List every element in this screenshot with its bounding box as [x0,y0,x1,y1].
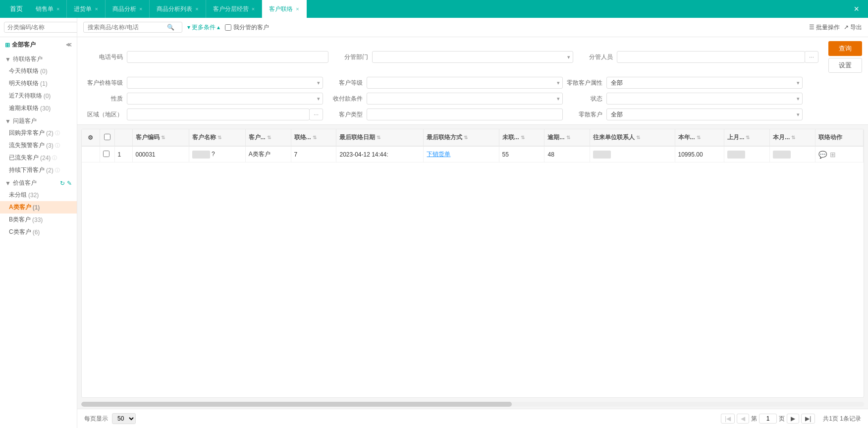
field-person: 分管人员 ··· [573,51,818,63]
person-input[interactable] [617,51,805,63]
person-dots-btn[interactable]: ··· [805,51,818,63]
close-all-tabs[interactable]: × [849,4,864,14]
this-month-blurred [773,151,791,159]
nature-select[interactable] [127,93,323,105]
sidebar-problem-customers-group[interactable]: ▼ 问题客户 [0,114,77,127]
sort-contact-person[interactable]: ⇅ [636,135,640,140]
payment-select[interactable] [367,93,563,105]
horizontal-scrollbar[interactable] [81,402,864,407]
sort-overdue[interactable]: ⇅ [566,135,570,140]
sort-cust-level[interactable]: ⇅ [267,135,271,140]
query-button[interactable]: 查询 [828,41,862,56]
td-last-month [724,146,770,162]
cust-level-select[interactable] [367,77,563,89]
qr-action-icon[interactable]: ⊞ [830,151,836,159]
value-edit-icon[interactable]: ✎ [67,180,72,187]
sidebar-item-c-class[interactable]: C类客户 (6) [0,226,77,238]
nav-tab-analysis[interactable]: 商品分析 × [106,0,150,18]
nav-home[interactable]: 首页 [4,0,29,18]
filter-search-box: 🔍 [83,22,182,33]
phone-input[interactable] [127,51,328,63]
last-contact-link[interactable]: 下销货单 [427,151,450,158]
sidebar-item-declining[interactable]: 持续下滑客户 (2) ⓘ [0,164,77,176]
sidebar-item-a-class[interactable]: A类客户 (1) [0,201,77,214]
value-group-actions: ↻ ✎ [60,180,72,187]
filter-my-customers: 我分管的客户 [225,23,269,32]
close-analysis-tab[interactable]: × [139,6,142,12]
sort-code[interactable]: ⇅ [161,135,165,140]
sidebar-pending-contact-group[interactable]: ▼ 待联络客户 [0,53,77,65]
filter-search-input[interactable] [88,24,167,31]
sort-this-year[interactable]: ⇅ [697,135,701,140]
row-action-buttons: 💬 ⊞ [818,151,860,159]
sort-this-month[interactable]: ⇅ [791,135,795,140]
value-arrow: ▼ [5,180,11,187]
sidebar-item-overdue[interactable]: 逾期未联络 (30) [0,102,77,114]
close-analysis-list-tab[interactable]: × [195,6,198,12]
next-page-btn[interactable]: ▶ [787,414,799,424]
per-page-select[interactable]: 50 [112,413,136,424]
value-refresh-icon[interactable]: ↻ [60,180,65,187]
my-customers-checkbox[interactable] [225,24,231,31]
sidebar-item-today[interactable]: 今天待联络 (0) [0,65,77,77]
sort-last-contact-date[interactable]: ⇅ [377,135,380,140]
sidebar-all-customers[interactable]: ⊞ 全部客户 ≪ [0,37,77,53]
sort-name[interactable]: ⇅ [217,135,221,140]
close-sales-tab[interactable]: × [56,6,59,12]
name-blurred [192,151,210,159]
close-purchase-tab[interactable]: × [95,6,98,12]
select-all-checkbox[interactable] [104,134,110,140]
prev-page-btn[interactable]: ◀ [737,414,749,424]
close-contact-tab[interactable]: × [296,6,299,12]
sidebar-item-churn-warning[interactable]: 流失预警客户 (3) ⓘ [0,139,77,152]
first-page-btn[interactable]: |◀ [721,414,735,424]
dept-select[interactable] [372,51,574,63]
settings-button[interactable]: 设置 [828,58,862,73]
region-dots-btn[interactable]: ··· [309,108,323,120]
th-contact-person: 往来单位联系人 ⇅ [590,129,675,146]
nav-tab-sales[interactable]: 销售单 × [29,0,67,18]
contact-person-blurred [593,151,611,159]
scrollbar-thumb[interactable] [81,402,512,407]
filter-more-btn[interactable]: ▾ 更多条件 ▴ [187,23,220,32]
page-number-input[interactable] [759,414,777,424]
price-level-select[interactable] [127,77,323,89]
row-checkbox[interactable] [103,151,109,157]
th-check [100,129,114,146]
batch-op-icon: ☰ [809,24,814,31]
sort-last-contact-method[interactable]: ⇅ [464,135,468,140]
sort-last-month[interactable]: ⇅ [746,135,750,140]
status-select[interactable] [606,93,803,105]
info-icon-repurchase: ⓘ [55,130,60,137]
chat-action-icon[interactable]: 💬 [818,151,827,159]
sidebar-search-input[interactable] [4,22,77,33]
close-segment-tab[interactable]: × [252,6,255,12]
retail-attr-select[interactable]: 全部 [606,77,803,89]
nav-tab-purchase[interactable]: 进货单 × [67,0,105,18]
per-page-label: 每页显示 [84,415,108,423]
batch-op-btn[interactable]: ☰ 批量操作 [809,23,840,32]
sidebar-item-repurchase-abnormal[interactable]: 回购异常客户 (2) ⓘ [0,127,77,139]
sort-contact-count[interactable]: ⇅ [313,135,317,140]
sort-unreached[interactable]: ⇅ [521,135,525,140]
sidebar-item-tomorrow[interactable]: 明天待联络 (1) [0,77,77,90]
th-cust-level: 客户... ⇅ [245,129,291,146]
filter-search-icon[interactable]: 🔍 [167,24,174,31]
nav-tab-customer-contact[interactable]: 客户联络 × [262,0,306,18]
gear-icon[interactable]: ⚙ [88,134,93,141]
region-input[interactable] [127,108,310,120]
nav-tab-analysis-list[interactable]: 商品分析列表 × [150,0,206,18]
th-last-contact-method: 最后联络方式 ⇅ [424,129,499,146]
sidebar-collapse-btn[interactable]: ≪ [66,42,72,48]
retail-cust-select[interactable]: 全部 [606,108,803,120]
export-btn[interactable]: ↗ 导出 [844,23,862,32]
nav-tab-customer-segment[interactable]: 客户分层经营 × [206,0,262,18]
info-icon-declining: ⓘ [55,167,60,174]
sidebar-item-b-class[interactable]: B类客户 (33) [0,214,77,226]
cust-type-input[interactable] [367,108,563,120]
last-page-btn[interactable]: ▶| [801,414,815,424]
sidebar-item-churned[interactable]: 已流失客户 (24) ⓘ [0,152,77,164]
last-month-blurred [727,151,745,159]
sidebar-item-ungrouped[interactable]: 未分组 (32) [0,189,77,201]
sidebar-item-7days[interactable]: 近7天待联络 (0) [0,90,77,102]
